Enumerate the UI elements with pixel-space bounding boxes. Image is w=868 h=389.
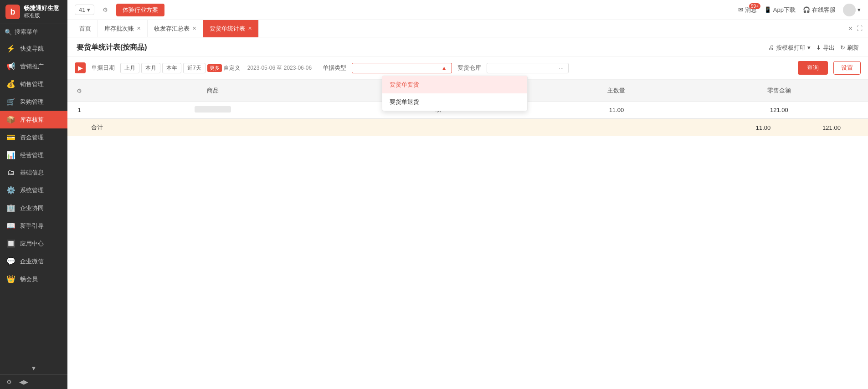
sidebar-item-operation[interactable]: 📊 经营管理	[0, 146, 67, 164]
row-index: 1	[67, 102, 91, 118]
header-actions: ✉ 消息 99+ 📱 App下载 🎧 在线客服 ▾	[738, 4, 861, 16]
guide-icon: 📖	[6, 221, 15, 230]
content-area: 要货单统计表(按商品) 🖨 按模板打印 ▾ ⬇ 导出 ↻ 刷新	[67, 37, 868, 389]
filter-expand-btn[interactable]: ▶	[75, 62, 86, 73]
quick-nav-icon: ⚡	[6, 44, 15, 53]
date-btn-this-month[interactable]: 本月	[141, 63, 160, 73]
enterprise-icon: 🏢	[6, 204, 15, 212]
export-btn[interactable]: ⬇ 导出	[816, 44, 835, 52]
sidebar-collapse-icon[interactable]: ◀▶	[19, 379, 28, 385]
row-amount: 121.00	[690, 102, 868, 118]
basic-icon: 🗂	[6, 169, 15, 177]
date-filter-label: 单据日期	[91, 64, 115, 72]
date-custom-btn[interactable]: 自定义	[224, 64, 240, 72]
query-btn[interactable]: 查询	[798, 61, 828, 75]
export-icon: ⬇	[816, 44, 821, 51]
warehouse-more-icon: ···	[559, 65, 564, 72]
date-range-btns: 上月 本月 本年 近7天 更多 自定义	[120, 63, 240, 73]
sidebar-item-enterprise[interactable]: 🏢 企业协同	[0, 199, 67, 217]
store-selector[interactable]: 41 ▾	[75, 5, 94, 15]
system-icon: ⚙️	[6, 186, 15, 194]
sidebar-item-inventory[interactable]: 📦 库存核算	[0, 111, 67, 128]
sidebar-scroll-down[interactable]: ▼	[0, 362, 67, 374]
app-download-btn[interactable]: 📱 App下载	[764, 6, 796, 14]
warehouse-filter-select[interactable]: ···	[487, 63, 569, 73]
print-icon: 🖨	[768, 44, 774, 51]
product-placeholder	[195, 106, 231, 113]
sidebar-logo: b 畅捷通好生意 标准版	[0, 0, 67, 24]
close-requisition-stats-tab[interactable]: ✕	[248, 26, 252, 31]
sidebar-item-purchase[interactable]: 🛒 采购管理	[0, 93, 67, 111]
warehouse-filter-label: 要货仓库	[457, 64, 481, 72]
sidebar-item-quick-nav[interactable]: ⚡ 快捷导航	[0, 40, 67, 57]
sidebar-item-wechat[interactable]: 💬 企业微信	[0, 252, 67, 270]
table-header-settings: ⚙	[67, 80, 91, 102]
refresh-btn[interactable]: ↻ 刷新	[840, 44, 859, 52]
marketing-icon: 📢	[6, 62, 15, 71]
maximize-icon[interactable]: ⛶	[857, 25, 863, 32]
close-batch-account-tab[interactable]: ✕	[137, 26, 141, 31]
sidebar-item-guide[interactable]: 📖 新手引导	[0, 217, 67, 235]
appstore-icon: 🔲	[6, 239, 15, 248]
table-gear-icon[interactable]: ⚙	[73, 84, 86, 97]
page-header: 要货单统计表(按商品) 🖨 按模板打印 ▾ ⬇ 导出 ↻ 刷新	[67, 37, 868, 56]
table-header-qty: 主数量	[543, 80, 690, 102]
dropdown-item-return[interactable]: 要货单退货	[382, 93, 527, 111]
message-icon: ✉	[738, 6, 743, 13]
table-header-amount: 零售金额	[690, 80, 868, 102]
online-service-btn[interactable]: 🎧 在线客服	[803, 6, 836, 14]
minimize-icon[interactable]: ✕	[848, 25, 853, 32]
main-area: 41 ▾ ⚙ 体验行业方案 ✉ 消息 99+ 📱 App下载 🎧 在线客服	[67, 0, 868, 389]
promo-btn[interactable]: 体验行业方案	[116, 4, 164, 16]
date-btn-this-year[interactable]: 本年	[162, 63, 181, 73]
print-btn[interactable]: 🖨 按模板打印 ▾	[768, 44, 811, 52]
sidebar-search[interactable]: 🔍 搜索菜单	[0, 24, 67, 40]
logo-text: 畅捷通好生意 标准版	[24, 5, 59, 19]
sidebar: b 畅捷通好生意 标准版 🔍 搜索菜单 ⚡ 快捷导航 📢 营销推广 💰 销售管理…	[0, 0, 67, 389]
refresh-icon: ↻	[840, 44, 845, 51]
date-more-badge[interactable]: 更多	[207, 64, 222, 72]
sidebar-item-basic[interactable]: 🗂 基础信息	[0, 164, 67, 181]
tab-receipt-summary[interactable]: 收发存汇总表 ✕	[148, 20, 203, 37]
window-controls: ✕ ⛶	[842, 25, 868, 32]
headset-icon: 🎧	[803, 6, 810, 13]
chevron-down-icon-print: ▾	[807, 44, 811, 51]
sidebar-nav: ⚡ 快捷导航 📢 营销推广 💰 销售管理 🛒 采购管理 📦 库存核算 💳 资金管…	[0, 40, 67, 362]
date-btn-last-7[interactable]: 近7天	[183, 63, 205, 73]
member-icon: 👑	[6, 275, 15, 283]
sidebar-item-marketing[interactable]: 📢 营销推广	[0, 57, 67, 75]
sidebar-item-member[interactable]: 👑 畅会员	[0, 270, 67, 288]
operation-icon: 📊	[6, 151, 15, 159]
sidebar-item-sales[interactable]: 💰 销售管理	[0, 75, 67, 93]
type-dropdown: 要货单要货 要货单退货	[382, 76, 528, 111]
tab-bar: 首页 库存批次账 ✕ 收发存汇总表 ✕ 要货单统计表 ✕ ✕ ⛶	[67, 20, 868, 37]
tab-batch-account[interactable]: 库存批次账 ✕	[98, 20, 148, 37]
sidebar-item-finance[interactable]: 💳 资金管理	[0, 128, 67, 146]
date-btn-last-month[interactable]: 上月	[120, 63, 139, 73]
chevron-down-icon: ▾	[87, 6, 90, 13]
page-actions: 🖨 按模板打印 ▾ ⬇ 导出 ↻ 刷新	[768, 44, 859, 52]
sidebar-bottom: ⚙ ◀▶	[0, 374, 67, 389]
gear-icon: ⚙	[103, 6, 108, 13]
table-settings-btn[interactable]: 设置	[833, 61, 861, 75]
type-filter-label: 单据类型	[323, 64, 346, 72]
sales-icon: 💰	[6, 80, 15, 88]
messages-btn[interactable]: ✉ 消息 99+	[738, 6, 757, 14]
type-filter-select[interactable]: ▲	[352, 63, 452, 73]
settings-icon-btn[interactable]: ⚙	[99, 5, 112, 15]
logo-icon: b	[5, 5, 20, 19]
inventory-icon: 📦	[6, 115, 15, 124]
wechat-icon: 💬	[6, 257, 15, 266]
finance-icon: 💳	[6, 133, 15, 142]
close-receipt-summary-tab[interactable]: ✕	[192, 26, 196, 31]
tab-home[interactable]: 首页	[73, 20, 98, 37]
sidebar-settings-icon[interactable]: ⚙	[6, 379, 12, 385]
date-range-display: 2023-05-06 至 2023-06-06	[247, 64, 312, 72]
dropdown-item-requisition[interactable]: 要货单要货	[382, 76, 527, 93]
sidebar-item-system[interactable]: ⚙️ 系统管理	[0, 181, 67, 199]
sidebar-item-appstore[interactable]: 🔲 应用中心	[0, 235, 67, 252]
footer-label: 合计	[86, 123, 668, 132]
tab-requisition-stats[interactable]: 要货单统计表 ✕	[203, 20, 259, 37]
footer-qty: 11.00	[731, 124, 795, 131]
user-avatar[interactable]: ▾	[843, 4, 861, 16]
